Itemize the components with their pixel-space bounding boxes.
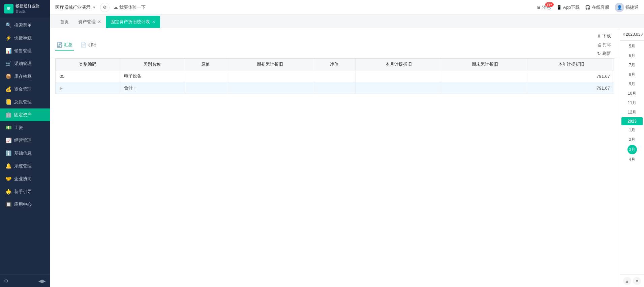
print-button[interactable]: 🖨 打印 bbox=[594, 40, 614, 49]
user-name: 畅捷通 bbox=[625, 4, 639, 10]
headset-icon: 🎧 bbox=[585, 5, 590, 10]
sidebar-item-label: 系统管理 bbox=[14, 163, 32, 169]
customer-service-button[interactable]: 🎧 在线客服 bbox=[585, 4, 609, 10]
download-icon: 📱 bbox=[556, 5, 562, 10]
download-icon: ⬇ bbox=[597, 34, 601, 39]
month-item[interactable]: 1月 bbox=[621, 126, 643, 135]
date-panel-expand-button[interactable]: ⤢ bbox=[640, 31, 644, 38]
settings-icon[interactable]: ⚙ bbox=[4, 278, 8, 284]
cell-current_month_depreciation bbox=[356, 70, 442, 82]
month-item[interactable]: 7月 bbox=[621, 61, 643, 70]
table-body: 05电子设备791.67▶合计：791.67 bbox=[56, 70, 614, 94]
sidebar-item-quick-nav[interactable]: ⚡快捷导航 bbox=[0, 32, 50, 44]
cooperation-icon: 🤝 bbox=[5, 176, 11, 182]
tab-close-icon[interactable]: ✕ bbox=[98, 20, 101, 24]
sidebar-item-ledger[interactable]: 📒总账管理 bbox=[0, 96, 50, 108]
sidebar-item-payroll[interactable]: 💵工资 bbox=[0, 121, 50, 134]
app-download-button[interactable]: 📱 App下载 bbox=[556, 4, 580, 10]
notifications-badge: 99+ bbox=[545, 2, 554, 7]
fund-icon: 💰 bbox=[5, 86, 11, 92]
data-table: 类别编码类别名称原值期初累计折旧净值本月计提折旧期末累计折旧本年计提折旧 05电… bbox=[55, 58, 614, 94]
cell-category_code: 05 bbox=[56, 70, 120, 82]
sub-tab-label: 汇总 bbox=[64, 42, 72, 48]
month-item[interactable]: 5月 bbox=[621, 42, 643, 51]
table-header-row: 类别编码类别名称原值期初累计折旧净值本月计提折旧期末累计折旧本年计提折旧 bbox=[56, 59, 614, 70]
col-header-category_name: 类别名称 bbox=[120, 59, 184, 70]
inventory-icon: 📦 bbox=[5, 73, 11, 79]
month-item[interactable]: 9月 bbox=[621, 79, 643, 89]
sidebar-item-label: 企业协同 bbox=[14, 176, 32, 182]
tab-asset-mgmt[interactable]: 资产管理✕ bbox=[73, 16, 106, 28]
page-content: 🔄汇总📄明细 ⬇ 下载 🖨 打印 ↻ 刷新 bbox=[50, 28, 644, 287]
month-item[interactable]: 12月 bbox=[621, 108, 643, 117]
payroll-icon: 💵 bbox=[5, 125, 11, 131]
company-selector[interactable]: 医疗器械行业演示 ▼ bbox=[55, 4, 96, 10]
total-expand-icon[interactable]: ▶ bbox=[60, 86, 63, 91]
user-menu[interactable]: 👤 畅捷通 bbox=[615, 3, 639, 12]
subtotal-cell-current_year_depreciation: 791.67 bbox=[528, 82, 614, 94]
sidebar-nav: 🔍搜索菜单⚡快捷导航📊销售管理🛒采购管理📦库存核算💰资金管理📒总账管理🏢固定资产… bbox=[0, 18, 50, 275]
sidebar-item-system[interactable]: 🔔系统管理 bbox=[0, 160, 50, 172]
col-header-category_code: 类别编码 bbox=[56, 59, 120, 70]
date-panel-up-button[interactable]: ▲ bbox=[623, 277, 631, 285]
sidebar-bottom: ⚙ ◀▶ bbox=[0, 275, 50, 287]
experience-button[interactable]: ☁ 我要体验一下 bbox=[114, 4, 146, 10]
app-download-label: App下载 bbox=[563, 4, 580, 10]
app-center-icon: 🔲 bbox=[5, 201, 11, 208]
month-item[interactable]: 8月 bbox=[621, 70, 643, 79]
sub-tabs: 🔄汇总📄明细 ⬇ 下载 🖨 打印 ↻ 刷新 bbox=[50, 28, 620, 58]
sidebar-item-sales[interactable]: 📊销售管理 bbox=[0, 44, 50, 57]
sub-tab-summary[interactable]: 🔄汇总 bbox=[55, 40, 74, 51]
date-panel-scroll[interactable]: 5月6月7月8月9月10月11月12月20231月2月3月4月 bbox=[620, 41, 644, 275]
download-button[interactable]: ⬇ 下载 bbox=[594, 32, 614, 40]
month-item[interactable]: 11月 bbox=[621, 98, 643, 107]
sub-tab-detail[interactable]: 📄明细 bbox=[79, 40, 98, 51]
refresh-button[interactable]: ↻ 刷新 bbox=[594, 49, 614, 58]
sidebar-item-label: 经营管理 bbox=[14, 137, 32, 144]
col-header-net_value: 净值 bbox=[313, 59, 356, 70]
month-item[interactable]: 3月 bbox=[627, 145, 637, 154]
cell-period_accumulated_depreciation bbox=[227, 70, 313, 82]
purchase-icon: 🛒 bbox=[5, 61, 11, 67]
sidebar-item-operations[interactable]: 📈经营管理 bbox=[0, 134, 50, 147]
col-header-period_accumulated_depreciation: 期初累计折旧 bbox=[227, 59, 313, 70]
sidebar-item-basic-info[interactable]: ℹ️基础信息 bbox=[0, 147, 50, 160]
fixed-assets-icon: 🏢 bbox=[5, 112, 11, 118]
tab-home[interactable]: 首页 bbox=[55, 16, 73, 28]
operations-icon: 📈 bbox=[5, 137, 11, 144]
month-item[interactable]: 10月 bbox=[621, 89, 643, 98]
cell-original_value bbox=[184, 70, 227, 82]
company-name: 医疗器械行业演示 bbox=[55, 4, 90, 10]
sidebar-item-label: 快捷导航 bbox=[14, 35, 32, 41]
logo-sub: 普及版 bbox=[16, 9, 40, 14]
sidebar-item-label: 固定资产 bbox=[14, 112, 32, 118]
year-label[interactable]: 2023 bbox=[621, 117, 643, 125]
sidebar-item-search[interactable]: 🔍搜索菜单 bbox=[0, 19, 50, 32]
cell-category_name: 电子设备 bbox=[120, 70, 184, 82]
sidebar-item-guide[interactable]: 🌟新手引导 bbox=[0, 185, 50, 198]
tab-fixed-assets-depreciation[interactable]: 固定资产折旧统计表✕ bbox=[106, 16, 160, 28]
sidebar-item-label: 资金管理 bbox=[14, 86, 32, 92]
sub-tab-label: 明细 bbox=[88, 42, 96, 48]
refresh-label: 刷新 bbox=[602, 51, 611, 57]
collapse-icon[interactable]: ◀▶ bbox=[38, 278, 46, 284]
month-item[interactable]: 2月 bbox=[621, 135, 643, 144]
sales-icon: 📊 bbox=[5, 48, 11, 54]
topbar-settings-button[interactable]: ⚙ bbox=[100, 3, 110, 12]
tab-close-icon[interactable]: ✕ bbox=[152, 20, 155, 24]
sidebar-item-cooperation[interactable]: 🤝企业协同 bbox=[0, 172, 50, 185]
sidebar-item-app-center[interactable]: 🔲应用中心 bbox=[0, 198, 50, 211]
sidebar-item-inventory[interactable]: 📦库存核算 bbox=[0, 70, 50, 83]
date-panel-close-button[interactable]: ✕ bbox=[622, 31, 626, 38]
sidebar-item-fixed-assets[interactable]: 🏢固定资产 bbox=[0, 108, 50, 121]
tab-label: 资产管理 bbox=[78, 19, 96, 25]
ledger-icon: 📒 bbox=[5, 99, 11, 105]
notifications-button[interactable]: 🖥 消息 99+ bbox=[536, 4, 551, 10]
logo-name: 畅捷通好业财 bbox=[16, 4, 40, 9]
month-item[interactable]: 6月 bbox=[621, 51, 643, 60]
date-panel-down-button[interactable]: ▼ bbox=[633, 277, 641, 285]
sidebar-item-purchase[interactable]: 🛒采购管理 bbox=[0, 57, 50, 70]
month-item[interactable]: 4月 bbox=[621, 155, 643, 164]
sidebar-item-fund[interactable]: 💰资金管理 bbox=[0, 83, 50, 96]
cell-period_end_accumulated_depreciation bbox=[442, 70, 528, 82]
